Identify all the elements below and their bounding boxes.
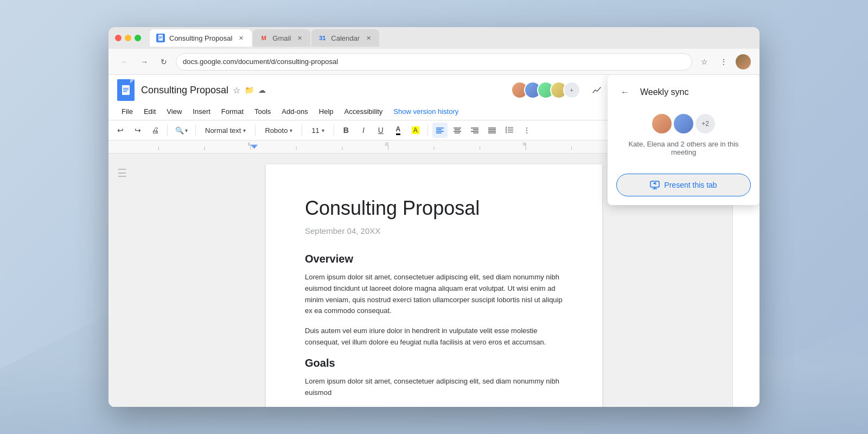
more-toolbar-btn[interactable]: ⋮ (519, 123, 534, 138)
goals-heading: Goals (305, 357, 563, 369)
font-dropdown[interactable]: Roboto ▾ (260, 124, 297, 137)
svg-text:3: 3 (522, 142, 526, 146)
zoom-control[interactable]: 🔍 ▾ (172, 125, 191, 136)
forward-btn[interactable]: → (137, 54, 152, 69)
tab-calendar-label: Calendar (331, 34, 360, 42)
tab-docs-label: Consulting Proposal (169, 34, 232, 42)
nav-user-avatar[interactable] (736, 54, 751, 69)
toolbar-divider-6 (427, 125, 428, 136)
meeting-avatars: + (511, 81, 580, 99)
maximize-window-btn[interactable] (135, 35, 141, 41)
undo-btn[interactable]: ↩ (113, 123, 128, 138)
overview-text-1: Lorem ipsum dolor sit amet, consectetuer… (305, 272, 563, 317)
docs-sidebar-left: ☰ (108, 154, 136, 407)
page-content: Consulting Proposal September 04, 20XX O… (266, 164, 602, 407)
more-options-btn[interactable]: ⋮ (716, 54, 731, 69)
svg-rect-5 (123, 88, 129, 89)
tab-docs-close[interactable]: ✕ (237, 34, 245, 42)
menu-insert[interactable]: Insert (188, 105, 215, 118)
font-color-icon: A (396, 125, 401, 135)
bookmark-doc-icon[interactable]: ☆ (233, 85, 240, 95)
menu-tools[interactable]: Tools (250, 105, 275, 118)
browser-window: Consulting Proposal ✕ M Gmail ✕ 31 Calen… (108, 27, 760, 407)
svg-rect-7 (123, 91, 127, 92)
gmail-favicon-icon: M (259, 34, 268, 42)
present-tab-btn[interactable]: Present this tab (616, 174, 751, 196)
menu-help[interactable]: Help (315, 105, 338, 118)
weekly-sync-popup: ← Weekly sync +2 Kate, Elena and 2 other… (608, 154, 760, 205)
minimize-window-btn[interactable] (125, 35, 131, 41)
popup-body: +2 Kate, Elena and 2 others are in this … (608, 154, 760, 169)
nav-bar: ← → ↻ docs.google.com/document/d/consult… (108, 49, 760, 75)
close-window-btn[interactable] (115, 35, 122, 41)
folder-icon[interactable]: 📁 (245, 86, 254, 94)
zoom-arrow: ▾ (185, 127, 188, 133)
zoom-icon: 🔍 (175, 126, 184, 135)
text-style-label: Normal text (205, 126, 241, 135)
docs-app-icon (117, 79, 135, 101)
tab-gmail-label: Gmail (272, 34, 291, 42)
font-size-label: 11 (311, 126, 319, 135)
url-text: docs.google.com/document/d/consulting-pr… (183, 58, 338, 66)
version-history-link[interactable]: Show version history (393, 107, 458, 116)
tab-docs[interactable]: Consulting Proposal ✕ (150, 29, 252, 47)
outline-icon[interactable]: ☰ (117, 167, 127, 180)
font-size-dropdown[interactable]: 11 ▾ (307, 124, 329, 137)
svg-text:1: 1 (247, 142, 251, 146)
tab-gmail-close[interactable]: ✕ (295, 34, 304, 42)
docs-app: Consulting Proposal ☆ 📁 ☁ + (108, 75, 760, 407)
menu-addons[interactable]: Add-ons (277, 105, 312, 118)
svg-rect-3 (159, 39, 161, 39)
tab-gmail[interactable]: M Gmail ✕ (253, 29, 310, 47)
overview-heading: Overview (305, 253, 563, 265)
back-btn[interactable]: ← (117, 54, 132, 69)
docs-title-icons: ☆ 📁 ☁ (233, 85, 266, 95)
menu-file[interactable]: File (117, 105, 137, 118)
analytics-btn[interactable] (587, 80, 607, 100)
align-right-btn[interactable] (467, 123, 482, 138)
reload-btn[interactable]: ↻ (156, 54, 171, 69)
svg-rect-2 (159, 37, 162, 38)
line-spacing-btn[interactable] (502, 123, 517, 138)
bookmark-btn[interactable]: ☆ (697, 54, 712, 69)
highlight-icon: A (412, 126, 419, 134)
menu-view[interactable]: View (162, 105, 186, 118)
svg-rect-6 (123, 90, 129, 91)
toolbar-divider-2 (195, 125, 196, 136)
highlight-btn[interactable]: A (408, 123, 423, 138)
tabs-bar: Consulting Proposal ✕ M Gmail ✕ 31 Calen… (150, 29, 753, 47)
popup-meeting-text: Kate, Elena and 2 others are in this mee… (616, 154, 751, 156)
tab-calendar-close[interactable]: ✕ (364, 34, 373, 42)
toolbar-divider-3 (255, 125, 256, 136)
underline-btn[interactable]: U (373, 123, 388, 138)
nav-right: ☆ ⋮ (697, 54, 751, 69)
font-arrow: ▾ (290, 127, 292, 133)
print-btn[interactable]: 🖨 (148, 123, 163, 138)
redo-btn[interactable]: ↪ (130, 123, 145, 138)
goals-text: Lorem ipsum dolor sit amet, consectetuer… (305, 376, 563, 399)
text-style-dropdown[interactable]: Normal text ▾ (200, 124, 251, 137)
calendar-favicon-icon: 31 (318, 34, 327, 42)
menu-edit[interactable]: Edit (139, 105, 160, 118)
bold-btn[interactable]: B (339, 123, 354, 138)
overview-text-2: Duis autem vel eum iriure dolor in hendr… (305, 326, 563, 348)
toolbar-divider-1 (167, 125, 168, 136)
document-title: Consulting Proposal (305, 197, 563, 220)
font-label: Roboto (265, 126, 288, 135)
address-bar[interactable]: docs.google.com/document/d/consulting-pr… (176, 53, 692, 71)
traffic-lights (115, 35, 141, 41)
tab-calendar[interactable]: 31 Calendar ✕ (311, 29, 379, 47)
align-justify-btn[interactable] (484, 123, 500, 138)
font-size-arrow: ▾ (322, 127, 324, 133)
italic-btn[interactable]: I (356, 123, 371, 138)
align-center-btn[interactable] (450, 123, 465, 138)
cloud-icon[interactable]: ☁ (258, 86, 266, 94)
present-tab-label: Present this tab (664, 181, 717, 189)
align-left-btn[interactable] (432, 123, 448, 138)
menu-format[interactable]: Format (217, 105, 248, 118)
text-style-arrow: ▾ (243, 127, 246, 133)
svg-rect-1 (159, 36, 162, 37)
svg-line-62 (654, 183, 656, 184)
menu-accessibility[interactable]: Accessibility (340, 105, 387, 118)
font-color-btn[interactable]: A (391, 123, 406, 138)
